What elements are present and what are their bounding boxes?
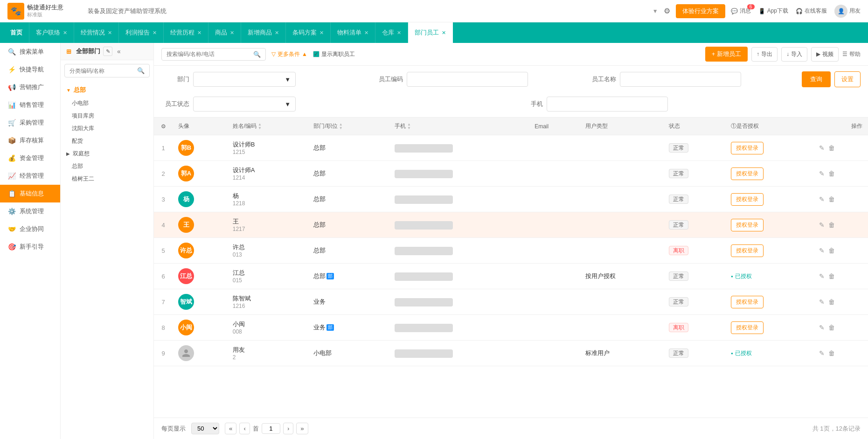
close-icon[interactable]: ✕ [275, 30, 279, 36]
tab-add-goods[interactable]: 新增商品 ✕ [241, 22, 286, 43]
edit-dept-icon[interactable]: ✎ [103, 47, 112, 56]
sidebar-item-sales[interactable]: 📊 销售管理 [0, 96, 60, 114]
delete-icon[interactable]: 🗑 [828, 221, 835, 229]
tab-operation[interactable]: 经营情况 ✕ [74, 22, 119, 43]
dept-search-input[interactable] [69, 68, 134, 74]
view-button[interactable]: ▶ 视频 [811, 47, 839, 62]
sidebar-item-collab[interactable]: 🤝 企业协同 [0, 220, 60, 238]
tab-warehouse[interactable]: 仓库 ✕ [375, 22, 408, 43]
dept-item-peihuo[interactable]: 配货 [61, 135, 153, 147]
delete-icon[interactable]: 🗑 [828, 298, 835, 306]
tab-barcode[interactable]: 条码方案 ✕ [286, 22, 331, 43]
tab-bom[interactable]: 物料清单 ✕ [331, 22, 375, 43]
edit-icon[interactable]: ✎ [819, 170, 825, 177]
authorize-button[interactable]: 授权登录 [731, 244, 764, 257]
delete-icon[interactable]: 🗑 [828, 324, 835, 331]
delete-icon[interactable]: 🗑 [828, 272, 835, 280]
authorize-button[interactable]: 授权登录 [731, 321, 764, 334]
col-dept[interactable]: 部门/职位 ▲▼ [308, 118, 389, 135]
app-download-item[interactable]: 📱 App下载 [758, 7, 788, 15]
close-icon[interactable]: ✕ [319, 30, 324, 36]
dept-search-box[interactable]: 🔍 [64, 64, 150, 77]
dropdown-arrow-icon[interactable]: ▼ [653, 8, 658, 14]
close-icon[interactable]: ✕ [197, 30, 201, 36]
sidebar-item-search[interactable]: 🔍 搜索菜单 [0, 43, 60, 61]
sidebar-item-quick-nav[interactable]: ⚡ 快捷导航 [0, 61, 60, 78]
online-service-item[interactable]: 🎧 在线客服 [796, 7, 827, 15]
close-icon[interactable]: ✕ [442, 30, 446, 36]
authorize-button[interactable]: 授权登录 [731, 142, 764, 154]
show-resigned-toggle[interactable]: ✓ 显示离职员工 [313, 50, 355, 58]
dept-item-zongbu2[interactable]: 总部 [61, 160, 153, 173]
prev-page-button[interactable]: ‹ [239, 423, 250, 434]
filter-select-dept[interactable]: ▼ [193, 72, 296, 87]
dept-item-project[interactable]: 项目库房 [61, 110, 153, 122]
query-button[interactable]: 查询 [802, 71, 831, 87]
sidebar-item-marketing[interactable]: 📢 营销推广 [0, 78, 60, 96]
sidebar-item-inventory[interactable]: 📦 库存核算 [0, 132, 60, 149]
dept-item-shenyang[interactable]: 沈阳大库 [61, 122, 153, 135]
settings-icon[interactable]: ⚙ [664, 7, 670, 15]
export-button[interactable]: ↑ 导出 [751, 47, 778, 62]
user-item[interactable]: 👤 用友 [834, 5, 861, 18]
message-icon-item[interactable]: 💬 6 消息 [731, 7, 751, 15]
filter-input-phone[interactable] [547, 97, 668, 111]
delete-icon[interactable]: 🗑 [828, 144, 835, 152]
delete-icon[interactable]: 🗑 [828, 170, 835, 177]
sidebar-item-basic[interactable]: 📋 基础信息 [0, 185, 60, 202]
next-page-button[interactable]: › [283, 423, 293, 434]
sidebar-item-finance[interactable]: 💰 资金管理 [0, 149, 60, 167]
try-btn[interactable]: 体验行业方案 [676, 4, 725, 18]
last-page-button[interactable]: » [296, 423, 308, 434]
delete-icon[interactable]: 🗑 [828, 349, 835, 357]
set-button[interactable]: 设置 [834, 71, 861, 87]
add-employee-button[interactable]: + 新增员工 [705, 47, 748, 62]
edit-icon[interactable]: ✎ [819, 195, 825, 203]
close-icon[interactable]: ✕ [153, 30, 157, 36]
first-page-button[interactable]: « [225, 423, 236, 434]
col-settings[interactable]: ⚙ [154, 118, 173, 135]
dept-parent-zongbu[interactable]: ▼ 总部 [61, 83, 153, 97]
sidebar-item-purchase[interactable]: 🛒 采购管理 [0, 114, 60, 132]
col-name[interactable]: 姓名/编码 ▲▼ [227, 118, 308, 135]
search-field[interactable]: 🔍 [161, 48, 266, 61]
collapse-panel-icon[interactable]: « [115, 48, 123, 55]
tab-customer[interactable]: 客户联络 ✕ [29, 22, 74, 43]
close-icon[interactable]: ✕ [108, 30, 112, 36]
tab-goods[interactable]: 商品 ✕ [208, 22, 241, 43]
tab-home[interactable]: 首页 [4, 22, 29, 43]
dept-item-xiaodian[interactable]: 小电部 [61, 97, 153, 110]
delete-icon[interactable]: 🗑 [828, 247, 835, 254]
close-icon[interactable]: ✕ [63, 30, 67, 36]
tab-department[interactable]: 部门员工 ✕ [408, 22, 453, 43]
authorize-button[interactable]: 授权登录 [731, 296, 764, 308]
edit-icon[interactable]: ✎ [819, 272, 825, 280]
sidebar-item-operation[interactable]: 📈 经营管理 [0, 167, 60, 185]
delete-icon[interactable]: 🗑 [828, 195, 835, 203]
edit-icon[interactable]: ✎ [819, 247, 825, 254]
edit-icon[interactable]: ✎ [819, 144, 825, 152]
page-size-select[interactable]: 50 10 20 100 [191, 423, 219, 434]
more-conditions-btn[interactable]: ▽ 更多条件 ▲ [271, 50, 307, 58]
tab-history[interactable]: 经营历程 ✕ [164, 22, 208, 43]
dept-item-zhishu[interactable]: 植树王二 [61, 173, 153, 185]
tab-profit[interactable]: 利润报告 ✕ [119, 22, 164, 43]
close-icon[interactable]: ✕ [364, 30, 368, 36]
page-number-input[interactable] [262, 423, 280, 434]
close-icon[interactable]: ✕ [397, 30, 401, 36]
sidebar-item-system[interactable]: ⚙️ 系统管理 [0, 202, 60, 220]
filter-select-status[interactable]: ▼ [193, 97, 296, 111]
dept-item-shuangtingxiang[interactable]: ▶ 双庭想 [61, 147, 153, 160]
close-icon[interactable]: ✕ [230, 30, 234, 36]
authorize-button[interactable]: 授权登录 [731, 219, 764, 231]
filter-input-emp-code[interactable] [407, 72, 528, 87]
edit-icon[interactable]: ✎ [819, 298, 825, 306]
edit-icon[interactable]: ✎ [819, 349, 825, 357]
authorize-button[interactable]: 授权登录 [731, 167, 764, 180]
authorize-button[interactable]: 授权登录 [731, 193, 764, 206]
filter-input-emp-name[interactable] [620, 72, 741, 87]
sidebar-item-guide[interactable]: 🎯 新手引导 [0, 238, 60, 256]
column-settings[interactable]: ☰ 帮助 [842, 50, 861, 58]
search-input[interactable] [167, 51, 250, 57]
edit-icon[interactable]: ✎ [819, 221, 825, 229]
